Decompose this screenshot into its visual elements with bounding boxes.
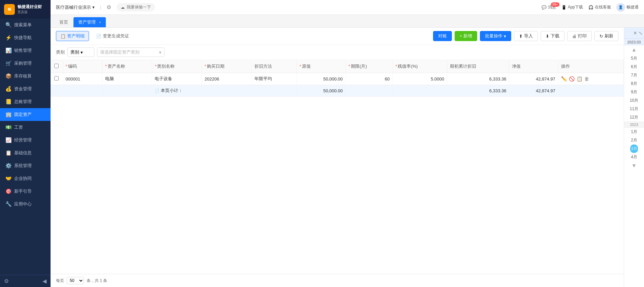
sidebar-item-search[interactable]: 🔍搜索菜单 <box>0 19 51 31</box>
notifications-badge: 99+ <box>551 2 559 7</box>
asset-detail-label: 资产明细 <box>67 33 85 39</box>
sidebar-label-system: 系统管理 <box>14 163 32 169</box>
sidebar-item-quicknav[interactable]: ⚡快捷导航 <box>0 31 51 44</box>
subtotal-original: 50,000.00 <box>297 85 345 97</box>
right-panel-header: ✕ ⤡ <box>624 28 644 39</box>
app-download-label: App下载 <box>568 4 583 10</box>
row-actions: ✏️ 🚫 📋 🗑 <box>558 73 623 85</box>
sidebar-item-enterprise[interactable]: 🤝企业协同 <box>0 172 51 185</box>
subtotal-empty4 <box>393 85 447 97</box>
payroll-icon: 💵 <box>5 124 11 130</box>
sidebar-label-enterprise: 企业协同 <box>14 176 32 182</box>
refresh-button[interactable]: ↻ 刷新 <box>594 31 618 41</box>
sidebar-label-basicinfo: 基础信息 <box>14 150 32 156</box>
th-purchase-date: *购买日期 <box>202 60 252 73</box>
total-count: 条，共 1 条 <box>87 278 107 284</box>
sidebar-item-operations[interactable]: 📈经营管理 <box>0 134 51 147</box>
asset-toolbar: 📋 资产明细 📄 变更生成凭证 对账 + 新增 批量操作 ▾ ⬆ 导入 <box>51 28 624 45</box>
filter-bar: 类别 类别 ▾ 请选择固定资产类别 ▾ <box>51 45 624 60</box>
reconcile-button[interactable]: 对账 <box>433 31 452 41</box>
import-icon: ⬆ <box>519 34 523 39</box>
sidebar-item-newbie[interactable]: 🎯新手引导 <box>0 185 51 198</box>
row-residual-rate: 5.0000 <box>393 73 447 85</box>
edit-icon[interactable]: ✏️ <box>561 76 567 82</box>
month-item-6月[interactable]: 6月 <box>629 63 639 71</box>
right-panel-expand-icon[interactable]: ⤡ <box>639 30 643 36</box>
month-item-1月[interactable]: 1月 <box>628 128 640 136</box>
tab-home[interactable]: 首页 <box>55 17 73 27</box>
per-page-select[interactable]: 50 100 200 <box>67 277 84 284</box>
sales-icon: 📊 <box>5 47 11 54</box>
user-menu[interactable]: 👤 畅捷通 <box>616 3 639 12</box>
topbar-settings-icon[interactable]: ⚙ <box>106 4 111 10</box>
filter-label: 类别 <box>56 49 65 55</box>
sidebar-item-basicinfo[interactable]: 📋基础信息 <box>0 147 51 159</box>
sidebar-item-finance[interactable]: 💰资金管理 <box>0 83 51 95</box>
app-download-btn[interactable]: 📱 App下载 <box>561 4 583 10</box>
sidebar-item-system[interactable]: ⚙️系统管理 <box>0 159 51 172</box>
row-code: 000001 <box>63 73 102 85</box>
month-item-4月[interactable]: 4月 <box>628 153 640 161</box>
delete-icon[interactable]: 🗑 <box>584 76 589 82</box>
notifications-btn[interactable]: 💬 消息 99+ <box>542 4 556 10</box>
sidebar-item-sales[interactable]: 📊销售管理 <box>0 44 51 57</box>
tab-change-voucher[interactable]: 📄 变更生成凭证 <box>92 31 133 41</box>
online-service-btn[interactable]: 🎧 在线客服 <box>588 4 611 10</box>
category-input[interactable]: 请选择固定资产类别 ▾ <box>97 47 164 57</box>
category-placeholder: 请选择固定资产类别 <box>100 49 140 55</box>
sidebar-item-payroll[interactable]: 💵工资 <box>0 121 51 134</box>
month-item-11月[interactable]: 11月 <box>629 105 639 113</box>
month-item-7月[interactable]: 7月 <box>629 71 639 79</box>
sidebar-label-purchase: 采购管理 <box>14 60 32 66</box>
experience-button[interactable]: ☁ 我要体验一下 <box>117 3 155 11</box>
table-body: 000001 电脑 电子设备 202206 年限平均 50,000.00 60 … <box>51 73 624 97</box>
scroll-up-icon[interactable]: ▲ <box>630 45 638 54</box>
sidebar-item-inventory[interactable]: 📦库存核算 <box>0 70 51 83</box>
month-item-10月[interactable]: 10月 <box>629 96 639 105</box>
disable-icon[interactable]: 🚫 <box>569 76 575 82</box>
tab-asset-mgmt-close[interactable]: × <box>99 20 101 24</box>
import-label: 导入 <box>524 33 533 39</box>
th-name: *资产名称 <box>102 60 152 73</box>
th-actions: 操作 <box>558 60 623 73</box>
sidebar-logo: 畅 畅捷通好业财 普及版 <box>0 0 51 19</box>
category-type-select[interactable]: 类别 ▾ <box>67 47 94 57</box>
print-button[interactable]: 🖨 打印 <box>567 31 592 41</box>
subtotal-label: 📄 本页小计： <box>152 85 297 97</box>
month-item-5月[interactable]: 5月 <box>629 54 639 63</box>
month-item-12月[interactable]: 12月 <box>629 113 639 122</box>
month-item-2月[interactable]: 2月 <box>628 136 640 145</box>
row-category: 电子设备 <box>152 73 202 85</box>
import-button[interactable]: ⬆ 导入 <box>514 31 538 41</box>
download-button[interactable]: ⬇ 下载 <box>541 31 564 41</box>
tab-asset-mgmt[interactable]: 资产管理 × <box>73 17 106 27</box>
finance-icon: 💰 <box>5 86 11 92</box>
row-period: 60 <box>346 73 393 85</box>
download-label: 下载 <box>551 33 559 39</box>
sidebar-label-search: 搜索菜单 <box>14 22 32 28</box>
asset-detail-icon: 📋 <box>60 34 66 39</box>
sidebar-item-apps[interactable]: 🔧应用中心 <box>0 198 51 211</box>
new-button[interactable]: + 新增 <box>455 31 477 41</box>
experience-icon: ☁ <box>121 5 125 10</box>
online-service-label: 在线客服 <box>595 4 611 10</box>
collapse-icon[interactable]: ◀ <box>42 278 47 284</box>
month-item-8月[interactable]: 8月 <box>629 79 639 88</box>
sidebar-item-purchase[interactable]: 🛒采购管理 <box>0 57 51 70</box>
company-selector[interactable]: 医疗器械行业演示 ▾ <box>56 4 95 10</box>
page-tabs: 首页 资产管理 × <box>51 15 644 28</box>
sidebar-label-operations: 经营管理 <box>14 137 32 143</box>
select-all-checkbox[interactable] <box>54 64 59 68</box>
tab-asset-detail[interactable]: 📋 资产明细 <box>56 31 89 41</box>
right-panel-close-icon[interactable]: ✕ <box>633 30 637 36</box>
batch-button[interactable]: 批量操作 ▾ <box>480 31 511 41</box>
copy-icon[interactable]: 📋 <box>577 76 582 82</box>
scroll-down-icon[interactable]: ▼ <box>630 161 638 170</box>
row-checkbox[interactable] <box>54 76 59 81</box>
sidebar-item-ledger[interactable]: 📒总账管理 <box>0 95 51 108</box>
settings-icon[interactable]: ⚙ <box>4 278 9 284</box>
month-item-3月[interactable]: 3月 <box>630 145 638 153</box>
month-item-9月[interactable]: 9月 <box>629 88 639 96</box>
subtotal-empty1 <box>63 85 102 97</box>
sidebar-item-fixedasset[interactable]: 🏢固定资产 <box>0 108 51 121</box>
